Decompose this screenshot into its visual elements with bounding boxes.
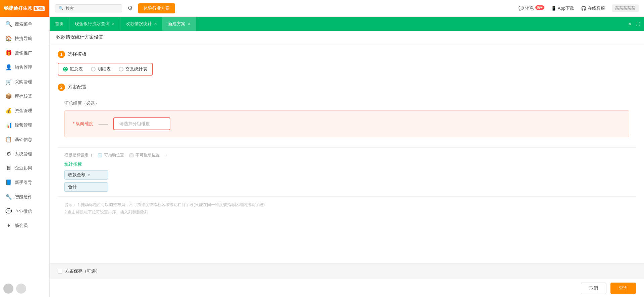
sidebar-item-marketing[interactable]: 🎁 营销推广: [0, 46, 49, 60]
sidebar-item-inventory[interactable]: 📦 库存核算: [0, 89, 49, 103]
app-download-label: App下载: [558, 5, 574, 11]
template-radio-group: 汇总表 明细表 交叉统计表: [58, 63, 153, 76]
radio-cross[interactable]: 交叉统计表: [119, 66, 147, 72]
section2-title: 2 方案配置: [58, 84, 636, 91]
section2-num: 2: [58, 84, 65, 91]
dimension-row-label: * 纵向维度: [73, 121, 93, 127]
query-button[interactable]: 查询: [610, 283, 636, 294]
search-input[interactable]: [66, 6, 113, 11]
tab-close-new-plan[interactable]: ✕: [187, 22, 191, 26]
radio-detail[interactable]: 明细表: [91, 66, 111, 72]
expand-window-icon[interactable]: ⛶: [636, 21, 640, 27]
dimension-select[interactable]: 请选择分组维度: [113, 117, 170, 130]
tab-payment-stats[interactable]: 收款情况统计✕: [120, 17, 163, 31]
sidebar-icon-enterprise-wechat: 💬: [5, 208, 12, 214]
section1-label: 选择模板: [68, 51, 87, 57]
sidebar-item-basic-info[interactable]: 📋 基础信息: [0, 132, 49, 147]
sidebar-icon-sales: 👤: [5, 64, 12, 70]
radio-circle-detail: [91, 67, 96, 71]
topbar-right: 💬 消息 99+ 📱 App下载 🎧 在线客服 某某某某某: [519, 4, 639, 12]
tab-label-payment-stats: 收款情况统计: [126, 21, 152, 27]
hint-text: 2.点击标题栏下拉可设置排序、插入列和删除列: [64, 209, 629, 216]
metric-tag-amount[interactable]: 收款金额 ∨: [64, 170, 108, 180]
sidebar-icon-basic-info: 📋: [5, 136, 12, 143]
sidebar-item-system[interactable]: ⚙ 系统管理: [0, 147, 49, 161]
tab-home[interactable]: 首页: [50, 17, 69, 31]
sidebar-label-system: 系统管理: [15, 151, 32, 157]
tab-new-plan[interactable]: 新建方案✕: [163, 17, 196, 31]
radio-label-cross: 交叉统计表: [125, 66, 147, 72]
sidebar-label-purchase: 采购管理: [15, 79, 32, 85]
tab-bank-flow[interactable]: 现金银行流水查询✕: [69, 17, 120, 31]
dimension-section-title: 汇总维度（必选）: [64, 100, 629, 106]
sidebar-label-smart-hardware: 智能硬件: [15, 194, 32, 200]
chevron-icon: ∨: [88, 173, 90, 177]
fixed-dot: [129, 153, 133, 157]
avatar2: [16, 284, 26, 294]
main-area: 🔍 ⚙ 体验行业方案 💬 消息 99+ 📱 App下载 🎧 在线客服 某某某某某…: [50, 0, 644, 297]
sidebar-item-finance[interactable]: 💰 资金管理: [0, 103, 49, 118]
metric-tag-label: 收款金额: [68, 172, 86, 178]
sidebar-label-beginner: 新手引导: [15, 180, 32, 186]
sidebar-item-vip-member[interactable]: ♦ 畅会员: [0, 218, 49, 233]
sidebar-item-enterprise-wechat[interactable]: 💬 企业微信: [0, 204, 49, 218]
sidebar-icon-beginner: 📘: [5, 179, 12, 186]
legend-fixed: 不可拖动位置: [129, 152, 160, 158]
username-display: 某某某某某: [612, 4, 639, 12]
sidebar-label-inventory: 库存核算: [15, 93, 32, 99]
logo-text: 畅捷通好生意: [4, 5, 32, 11]
sidebar-item-quick-nav[interactable]: 🏠 快捷导航: [0, 31, 49, 46]
app-download-item[interactable]: 📱 App下载: [551, 5, 574, 11]
sidebar-label-enterprise-wechat: 企业微信: [15, 208, 32, 214]
dimension-arrow: ——: [99, 121, 108, 127]
form-area: 1 选择模板 汇总表 明细表 交叉统计表 2 方案配置 汇总维度（必选） *: [50, 44, 644, 263]
message-icon: 💬: [519, 6, 524, 11]
sidebar-icon-vip-member: ♦: [5, 222, 12, 229]
notification-item[interactable]: 💬 消息 99+: [519, 5, 544, 11]
sidebar-item-sales[interactable]: 👤 销售管理: [0, 60, 49, 75]
metrics-header: 模板指标设定（ 可拖动位置 不可拖动位置 ）: [64, 152, 629, 158]
sidebar-item-operations[interactable]: 📊 经营管理: [0, 118, 49, 132]
movable-dot: [98, 153, 102, 157]
sidebar-logo: 畅捷通好生意 标准版: [0, 0, 49, 17]
section1-num: 1: [58, 51, 65, 58]
tab-label-new-plan: 新建方案: [168, 21, 185, 27]
save-checkbox[interactable]: [58, 269, 62, 274]
online-service-label: 在线客服: [588, 5, 605, 11]
legend-movable: 可拖动位置: [98, 152, 124, 158]
sidebar-label-search-menu: 搜索菜单: [15, 21, 32, 27]
tab-close-bank-flow[interactable]: ✕: [112, 22, 115, 26]
page-header: 收款情况统计方案设置: [50, 31, 644, 44]
notification-badge: 99+: [535, 5, 544, 10]
dimension-subsection: 汇总维度（必选） * 纵向维度 —— 请选择分组维度: [58, 96, 636, 147]
sidebar-icon-operations: 📊: [5, 122, 12, 128]
tabbar-actions: ✕ ⛶: [624, 17, 644, 31]
radio-label-detail: 明细表: [98, 66, 111, 72]
settings-icon[interactable]: ⚙: [127, 5, 133, 12]
sidebar-icon-smart-hardware: 🔧: [5, 194, 12, 200]
cancel-button[interactable]: 取消: [581, 283, 606, 294]
sidebar-label-sales: 销售管理: [15, 64, 32, 70]
sidebar-label-operations: 经营管理: [15, 122, 32, 128]
sidebar-item-search-menu[interactable]: 🔍 搜索菜单: [0, 17, 49, 31]
tab-close-payment-stats[interactable]: ✕: [154, 22, 157, 26]
sidebar-item-smart-hardware[interactable]: 🔧 智能硬件: [0, 190, 49, 204]
avatar: [3, 284, 13, 294]
sidebar-icon-search-menu: 🔍: [5, 21, 12, 27]
metric-sum: 合计: [64, 182, 108, 192]
sidebar-item-enterprise-coop[interactable]: 🖥 企业协同: [0, 161, 49, 175]
sidebar: 畅捷通好生意 标准版 🔍 搜索菜单🏠 快捷导航🎁 营销推广👤 销售管理🛒 采购管…: [0, 0, 50, 297]
sidebar-label-quick-nav: 快捷导航: [15, 36, 32, 42]
sidebar-item-beginner[interactable]: 📘 新手引导: [0, 175, 49, 190]
hint-text: 提示： 1.拖动标题栏可以调整布局，不可跨维度或指标区域拖动栏目字段(只能在同一…: [64, 201, 629, 209]
close-window-icon[interactable]: ✕: [628, 21, 632, 27]
legend-fixed-label: 不可拖动位置: [136, 152, 160, 158]
radio-label-summary: 汇总表: [70, 66, 83, 72]
online-service-item[interactable]: 🎧 在线客服: [581, 5, 605, 11]
dimension-area: * 纵向维度 —— 请选择分组维度: [64, 110, 629, 137]
trial-button[interactable]: 体验行业方案: [138, 3, 175, 13]
sidebar-item-purchase[interactable]: 🛒 采购管理: [0, 75, 49, 89]
radio-summary[interactable]: 汇总表: [63, 66, 83, 72]
tabbar: 首页现金银行流水查询✕收款情况统计✕新建方案✕ ✕ ⛶: [50, 17, 644, 31]
search-box[interactable]: 🔍: [55, 4, 122, 12]
